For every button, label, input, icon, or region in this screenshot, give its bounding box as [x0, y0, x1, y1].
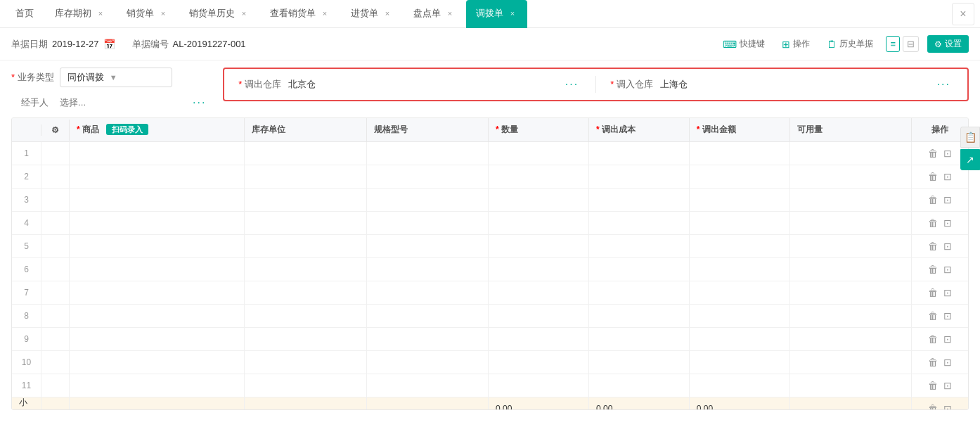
- tab-stocktake[interactable]: 盘点单 ×: [404, 0, 465, 28]
- th-settings[interactable]: ⚙: [41, 120, 70, 141]
- row-qty[interactable]: [489, 328, 589, 350]
- row-amount[interactable]: [690, 165, 790, 188]
- tab-inventory-init[interactable]: 库存期初 ×: [45, 0, 115, 28]
- row-amount[interactable]: [690, 374, 790, 397]
- layout-list-icon[interactable]: ≡: [886, 36, 900, 52]
- row-qty[interactable]: [489, 142, 589, 165]
- copy-icon[interactable]: ⊡: [943, 333, 952, 345]
- scan-button[interactable]: 扫码录入: [106, 124, 148, 135]
- window-close-button[interactable]: ×: [952, 3, 974, 25]
- row-amount[interactable]: [690, 281, 790, 304]
- shortcuts-button[interactable]: ⌨ 快捷键: [718, 36, 769, 52]
- row-goods[interactable]: [70, 258, 245, 281]
- row-amount[interactable]: [690, 142, 790, 165]
- row-cost[interactable]: [589, 328, 690, 350]
- row-goods[interactable]: [70, 281, 245, 304]
- tab-home[interactable]: 首页: [6, 0, 44, 28]
- copy-icon[interactable]: ⊡: [943, 310, 952, 321]
- row-qty[interactable]: [489, 235, 589, 257]
- layout-grid-icon[interactable]: ⊟: [903, 36, 919, 52]
- delete-icon[interactable]: 🗑: [928, 333, 938, 345]
- row-goods[interactable]: [70, 374, 245, 397]
- row-goods[interactable]: [70, 235, 245, 257]
- row-qty[interactable]: [489, 305, 589, 327]
- copy-icon[interactable]: ⊡: [943, 194, 952, 205]
- person-dots-button[interactable]: ···: [190, 96, 209, 109]
- row-goods[interactable]: [70, 305, 245, 327]
- row-cost[interactable]: [589, 165, 690, 188]
- history-button[interactable]: 🗒 历史单据: [823, 36, 877, 52]
- row-goods[interactable]: [70, 189, 245, 211]
- delete-icon[interactable]: 🗑: [928, 171, 938, 182]
- row-cost[interactable]: [589, 212, 690, 234]
- panel-doc-button[interactable]: 📋: [960, 127, 980, 148]
- warehouse-in-dots[interactable]: ···: [934, 78, 953, 91]
- row-amount[interactable]: [690, 305, 790, 327]
- tab-transfer[interactable]: 调拨单 ×: [466, 0, 527, 28]
- row-qty[interactable]: [489, 212, 589, 234]
- tab-purchase-order[interactable]: 进货单 ×: [341, 0, 402, 28]
- calendar-icon[interactable]: 📅: [103, 39, 115, 50]
- delete-icon[interactable]: 🗑: [928, 380, 938, 391]
- panel-expand-button[interactable]: ↗: [960, 149, 980, 170]
- copy-icon[interactable]: ⊡: [943, 241, 952, 252]
- delete-icon[interactable]: 🗑: [928, 148, 938, 159]
- tab-close-sales-order[interactable]: ×: [158, 8, 168, 18]
- row-cost[interactable]: [589, 235, 690, 257]
- tab-sales-history[interactable]: 销货单历史 ×: [179, 0, 259, 28]
- row-cost[interactable]: [589, 142, 690, 165]
- row-amount[interactable]: [690, 212, 790, 234]
- row-cost[interactable]: [589, 258, 690, 281]
- row-amount[interactable]: [690, 189, 790, 211]
- row-qty[interactable]: [489, 374, 589, 397]
- row-goods[interactable]: [70, 351, 245, 374]
- copy-icon[interactable]: ⊡: [943, 357, 952, 368]
- settings-button[interactable]: ⚙ 设置: [927, 35, 969, 53]
- tab-close-transfer[interactable]: ×: [508, 8, 517, 18]
- row-qty[interactable]: [489, 189, 589, 211]
- tab-view-sales[interactable]: 查看销货单 ×: [260, 0, 340, 28]
- row-goods[interactable]: [70, 328, 245, 350]
- row-qty[interactable]: [489, 165, 589, 188]
- row-qty[interactable]: [489, 258, 589, 281]
- delete-icon[interactable]: 🗑: [928, 217, 938, 229]
- tab-close-sales-history[interactable]: ×: [239, 8, 249, 18]
- subtotal-copy-icon[interactable]: ⊡: [943, 403, 952, 409]
- row-cost[interactable]: [589, 374, 690, 397]
- delete-icon[interactable]: 🗑: [928, 241, 938, 252]
- copy-icon[interactable]: ⊡: [943, 264, 952, 275]
- person-input[interactable]: [54, 94, 184, 110]
- tab-close-inventory-init[interactable]: ×: [96, 8, 105, 18]
- tab-close-view-sales[interactable]: ×: [320, 8, 330, 18]
- row-cost[interactable]: [589, 189, 690, 211]
- row-goods[interactable]: [70, 142, 245, 165]
- row-amount[interactable]: [690, 235, 790, 257]
- tab-close-purchase-order[interactable]: ×: [382, 8, 392, 18]
- row-cost[interactable]: [589, 281, 690, 304]
- row-cost[interactable]: [589, 305, 690, 327]
- row-qty[interactable]: [489, 351, 589, 374]
- operations-button[interactable]: ⊞ 操作: [778, 36, 814, 52]
- delete-icon[interactable]: 🗑: [928, 357, 938, 368]
- business-type-select[interactable]: 同价调拨 ▼: [60, 68, 172, 87]
- row-cost[interactable]: [589, 351, 690, 374]
- copy-icon[interactable]: ⊡: [943, 380, 952, 391]
- row-amount[interactable]: [690, 328, 790, 350]
- delete-icon[interactable]: 🗑: [928, 287, 938, 298]
- copy-icon[interactable]: ⊡: [943, 287, 952, 298]
- row-amount[interactable]: [690, 258, 790, 281]
- copy-icon[interactable]: ⊡: [943, 217, 952, 229]
- delete-icon[interactable]: 🗑: [928, 194, 938, 205]
- tab-sales-order[interactable]: 销货单 ×: [117, 0, 178, 28]
- delete-icon[interactable]: 🗑: [928, 264, 938, 275]
- row-goods[interactable]: [70, 212, 245, 234]
- copy-icon[interactable]: ⊡: [943, 171, 952, 182]
- delete-icon[interactable]: 🗑: [928, 310, 938, 321]
- warehouse-out-dots[interactable]: ···: [562, 78, 581, 91]
- row-qty[interactable]: [489, 281, 589, 304]
- row-amount[interactable]: [690, 351, 790, 374]
- row-goods[interactable]: [70, 165, 245, 188]
- subtotal-delete-icon[interactable]: 🗑: [928, 403, 938, 409]
- tab-close-stocktake[interactable]: ×: [445, 8, 455, 18]
- copy-icon[interactable]: ⊡: [943, 148, 952, 159]
